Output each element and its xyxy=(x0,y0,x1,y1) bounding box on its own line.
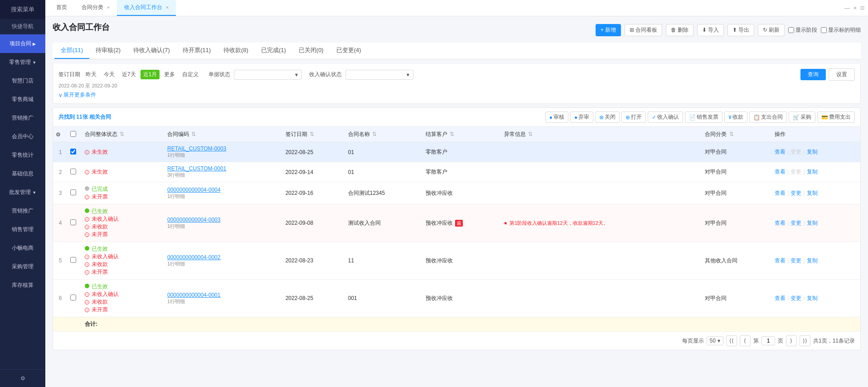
collection-btn[interactable]: ¥ 收款 xyxy=(724,111,747,123)
view-link[interactable]: 查看 xyxy=(775,148,786,156)
page-size-select[interactable]: 50 ▾ xyxy=(707,336,723,345)
open-btn[interactable]: ⊕ 打开 xyxy=(621,111,646,123)
sidebar-item-marketing2[interactable]: 营销推广 xyxy=(0,202,45,220)
settings-icon[interactable]: ⚙ xyxy=(56,131,61,138)
expense-contract-btn[interactable]: 📋 支出合同 xyxy=(749,111,787,123)
sidebar-item-retail-mall[interactable]: 零售商城 xyxy=(0,90,45,109)
copy-link[interactable]: 复制 xyxy=(807,257,818,265)
sidebar-item-retail-stats[interactable]: 零售统计 xyxy=(0,146,45,164)
date-yesterday[interactable]: 昨天 xyxy=(83,70,99,79)
sidebar-item-purchase-mgmt[interactable]: 采购管理 xyxy=(0,257,45,276)
sort-icon[interactable]: ⇅ xyxy=(310,131,314,137)
change-link[interactable]: 变更 xyxy=(790,295,801,302)
copy-link[interactable]: 复制 xyxy=(807,189,818,197)
change-link[interactable]: 变更 xyxy=(790,219,801,227)
sort-icon[interactable]: ⇅ xyxy=(450,131,454,137)
contract-code-link[interactable]: 0000000000004-0001 xyxy=(167,292,220,298)
sidebar-item-project-contract[interactable]: 项目合同 ▶ xyxy=(0,34,45,53)
date-last1month[interactable]: 近1月 xyxy=(141,70,160,79)
date-today[interactable]: 今天 xyxy=(101,70,117,79)
contract-code-link[interactable]: RETAIL_CUSTOM-0001 xyxy=(167,165,226,172)
sort-icon[interactable]: ⇅ xyxy=(191,131,196,137)
search-button[interactable]: 查询 xyxy=(800,69,826,80)
income-confirm-select[interactable]: ▾ xyxy=(345,70,413,80)
sidebar-item-inventory-settle[interactable]: 库存核算 xyxy=(0,276,45,295)
change-link[interactable]: 变更 xyxy=(790,189,801,197)
show-marks-checkbox[interactable] xyxy=(821,27,827,33)
filter-tab-pending-invoice[interactable]: 待开票(11) xyxy=(176,43,217,59)
sidebar-item-retail-management[interactable]: 零售管理 ▼ xyxy=(0,53,45,72)
sidebar-item-wholesale-mgmt[interactable]: 批发管理 ▼ xyxy=(0,183,45,202)
expense-payment-btn[interactable]: 💳 费用支出 xyxy=(817,111,855,123)
view-link[interactable]: 查看 xyxy=(775,257,786,265)
doc-status-select[interactable]: ▾ xyxy=(234,70,302,80)
prev-page-btn[interactable]: ⟨ xyxy=(740,335,751,346)
row-checkbox[interactable] xyxy=(70,149,76,155)
row-checkbox[interactable] xyxy=(70,257,76,263)
select-all-checkbox[interactable] xyxy=(70,131,76,137)
delete-button[interactable]: 🗑 删除 xyxy=(666,24,693,36)
refresh-button[interactable]: ↻ 刷新 xyxy=(758,24,785,36)
copy-link[interactable]: 复制 xyxy=(807,168,818,176)
filter-tab-pending-review[interactable]: 待审核(2) xyxy=(89,43,127,59)
sidebar-settings[interactable]: ⚙ xyxy=(0,369,45,387)
audit-btn[interactable]: ● 审核 xyxy=(545,111,568,123)
next-page-btn[interactable]: ⟩ xyxy=(786,335,797,346)
first-page-btn[interactable]: ⟨⟨ xyxy=(726,335,737,346)
import-button[interactable]: ⬇ 导入 xyxy=(697,24,724,36)
sort-icon[interactable]: ⇅ xyxy=(528,131,533,137)
filter-tab-all[interactable]: 全部(11) xyxy=(54,43,89,59)
close-icon[interactable]: × xyxy=(853,5,857,11)
kanban-button[interactable]: ⊞ 合同看板 xyxy=(625,24,662,36)
date-more[interactable]: 更多 xyxy=(161,70,178,79)
close-contract-btn[interactable]: ⊗ 关闭 xyxy=(595,111,620,123)
row-checkbox[interactable] xyxy=(70,189,76,195)
abandon-btn[interactable]: ● 弃审 xyxy=(570,111,593,123)
expand-filter-btn[interactable]: ∨ 展开更多条件 xyxy=(58,91,855,99)
last-page-btn[interactable]: ⟩⟩ xyxy=(800,335,810,346)
copy-link[interactable]: 复制 xyxy=(807,219,818,227)
export-button[interactable]: ⬆ 导出 xyxy=(727,24,754,36)
filter-tab-completed[interactable]: 已完成(1) xyxy=(255,43,292,59)
copy-link[interactable]: 复制 xyxy=(807,148,818,156)
sidebar-item-member-center[interactable]: 会员中心 xyxy=(0,127,45,146)
minimize-icon[interactable]: — xyxy=(844,5,850,11)
tab-close-income-workbench[interactable]: × xyxy=(166,5,169,10)
sidebar-item-smart-store[interactable]: 智慧门店 xyxy=(0,72,45,90)
row-checkbox[interactable] xyxy=(70,295,76,300)
sort-icon[interactable]: ⇅ xyxy=(120,131,124,137)
page-input[interactable] xyxy=(761,336,775,345)
filter-tab-pending-confirm[interactable]: 待收入确认(7) xyxy=(127,43,176,59)
purchase-btn[interactable]: 🛒 采购 xyxy=(789,111,815,123)
maximize-icon[interactable]: ⊡ xyxy=(860,5,864,11)
change-link[interactable]: 变更 xyxy=(790,257,801,265)
view-link[interactable]: 查看 xyxy=(775,168,786,176)
contract-code-link[interactable]: 0000000000004-0004 xyxy=(167,187,220,193)
sidebar-item-marketing[interactable]: 营销推广 xyxy=(0,109,45,127)
sidebar-item-sales-mgmt[interactable]: 销售管理 xyxy=(0,220,45,239)
sidebar-item-basic-info[interactable]: 基础信息 xyxy=(0,164,45,183)
contract-code-link[interactable]: 0000000000004-0002 xyxy=(167,254,220,261)
tab-close-contract-category[interactable]: × xyxy=(107,5,110,10)
row-checkbox[interactable] xyxy=(70,169,76,174)
sidebar-item-xiaochang-ecom[interactable]: 小畅电商 xyxy=(0,239,45,257)
income-confirm-btn[interactable]: ✓ 收入确认 xyxy=(648,111,683,123)
filter-tab-pending-payment[interactable]: 待收款(8) xyxy=(217,43,255,59)
date-custom[interactable]: 自定义 xyxy=(179,70,201,79)
new-button[interactable]: + 新增 xyxy=(596,24,621,36)
contract-code-link[interactable]: RETAIL_CUSTOM-0003 xyxy=(167,145,226,152)
contract-code-link[interactable]: 0000000000004-0003 xyxy=(167,217,220,223)
copy-link[interactable]: 复制 xyxy=(807,295,818,302)
sidebar-search[interactable]: 搜索菜单 xyxy=(0,0,45,19)
tab-home[interactable]: 首页 xyxy=(49,0,74,16)
view-link[interactable]: 查看 xyxy=(775,295,786,302)
sort-icon[interactable]: ⇅ xyxy=(729,131,734,137)
filter-tab-changed[interactable]: 已变更(4) xyxy=(330,43,368,59)
date-last7[interactable]: 近7天 xyxy=(119,70,139,79)
sidebar-nav[interactable]: 快捷导航 xyxy=(0,19,45,34)
setting-button[interactable]: 设置 xyxy=(829,68,855,81)
view-link[interactable]: 查看 xyxy=(775,189,786,197)
view-link[interactable]: 查看 xyxy=(775,219,786,227)
filter-tab-closed[interactable]: 已关闭(0) xyxy=(292,43,330,59)
sort-icon[interactable]: ⇅ xyxy=(372,131,377,137)
